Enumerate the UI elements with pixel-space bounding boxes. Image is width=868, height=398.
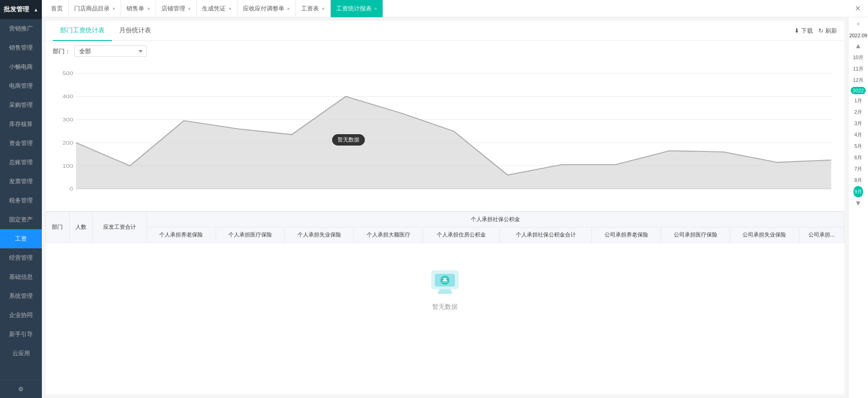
tab-首页[interactable]: 首页 xyxy=(45,0,69,17)
data-table: 部门人数应发工资合计个人承担社保公积金个人承担养老保险个人承担医疗保险个人承担失… xyxy=(45,212,844,243)
tab-label: 工资统计报表 xyxy=(336,5,372,13)
sidebar-item-经营管理[interactable]: 经营管理 xyxy=(0,248,42,267)
sidebar-item-电商管理[interactable]: 电商管理 xyxy=(0,76,42,96)
settings-icon: ⚙ xyxy=(18,386,24,393)
timeline-month-10月[interactable]: 10月 xyxy=(852,52,864,63)
tab-生成凭证[interactable]: 生成凭证× xyxy=(197,0,237,17)
tab-close-icon[interactable]: × xyxy=(188,6,191,11)
empty-text: 暂无数据 xyxy=(432,303,458,311)
sidebar-item-企业协同[interactable]: 企业协同 xyxy=(0,306,42,325)
main-content: 首页门店商品目录×销售单×店铺管理×生成凭证×应收应付调整单×工资表×工资统计报… xyxy=(42,0,868,398)
sidebar-item-库存核算[interactable]: 库存核算 xyxy=(0,115,42,134)
sidebar-item-基础信息[interactable]: 基础信息 xyxy=(0,267,42,287)
timeline-month-1月[interactable]: 1月 xyxy=(853,95,863,106)
th-sub-个人承担医疗保险: 个人承担医疗保险 xyxy=(216,227,285,243)
refresh-button[interactable]: ↻ 刷新 xyxy=(818,27,837,35)
tab-close-icon[interactable]: × xyxy=(147,6,150,11)
svg-text:200: 200 xyxy=(62,140,73,146)
tab-close-icon[interactable]: × xyxy=(287,6,290,11)
timeline-year-badge: 2022 xyxy=(851,87,865,94)
tab-label: 门店商品目录 xyxy=(74,5,110,13)
sub-tab-月份统计表[interactable]: 月份统计表 xyxy=(112,21,158,41)
svg-rect-21 xyxy=(438,292,452,294)
tab-label: 生成凭证 xyxy=(202,5,226,13)
tab-label: 销售单 xyxy=(126,5,144,13)
timeline-close-button[interactable]: × xyxy=(853,17,863,31)
tab-销售单[interactable]: 销售单× xyxy=(121,0,156,17)
th-group-social: 个人承担社保公积金 xyxy=(146,212,844,227)
sub-tab-部门工资统计表[interactable]: 部门工资统计表 xyxy=(53,21,112,41)
tab-工资统计报表[interactable]: 工资统计报表× xyxy=(331,0,383,17)
th-sub-公司承担养老保险: 公司承担养老保险 xyxy=(592,227,661,243)
department-select[interactable]: 全部销售部采购部财务部人事部 xyxy=(74,45,147,57)
timeline-up-nav[interactable]: ▲ xyxy=(853,40,864,52)
th-sub-个人承担失业保险: 个人承担失业保险 xyxy=(285,227,354,243)
inner-panel: 部门工资统计表月份统计表 ⬇ 下载 ↻ 刷新 部门： 全部销售部采购部财务部人事… xyxy=(45,21,844,394)
sidebar-item-系统管理[interactable]: 系统管理 xyxy=(0,287,42,306)
sidebar-item-总账管理[interactable]: 总账管理 xyxy=(0,153,42,172)
th-sub-公司承担失业保险: 公司承担失业保险 xyxy=(730,227,799,243)
filter-bar: 部门： 全部销售部采购部财务部人事部 xyxy=(45,41,844,61)
page-content: 部门工资统计表月份统计表 ⬇ 下载 ↻ 刷新 部门： 全部销售部采购部财务部人事… xyxy=(42,17,868,398)
tabs-bar: 首页门店商品目录×销售单×店铺管理×生成凭证×应收应付调整单×工资表×工资统计报… xyxy=(42,0,868,17)
timeline-month-5月[interactable]: 5月 xyxy=(853,141,863,152)
timeline-month-6月[interactable]: 6月 xyxy=(853,152,863,163)
table-area[interactable]: 部门人数应发工资合计个人承担社保公积金个人承担养老保险个人承担医疗保险个人承担失… xyxy=(45,212,844,394)
sidebar-item-税务管理[interactable]: 税务管理 xyxy=(0,191,42,210)
tab-店铺管理[interactable]: 店铺管理× xyxy=(156,0,197,17)
sidebar-item-营销推广[interactable]: 营销推广 xyxy=(0,19,42,38)
timeline-month-8月[interactable]: 8月 xyxy=(853,175,863,186)
tabs-close-controls[interactable]: ✕ xyxy=(851,4,864,13)
sidebar-title: 批发管理 xyxy=(4,5,29,14)
timeline-year-2022: 2022.09 xyxy=(848,31,868,40)
tab-门店商品目录[interactable]: 门店商品目录× xyxy=(69,0,121,17)
sub-tab-actions: ⬇ 下载 ↻ 刷新 xyxy=(794,27,837,35)
timeline-month-9月[interactable]: 9月 xyxy=(853,186,863,197)
right-timeline: × 2022.09 ▲ 10月11月12月 2022 1月2月3月4月5月6月7… xyxy=(848,17,868,398)
tab-label: 应收应付调整单 xyxy=(243,5,284,13)
sidebar-item-固定资产[interactable]: 固定资产 xyxy=(0,210,42,229)
tab-close-icon[interactable]: × xyxy=(374,6,377,11)
sidebar-item-新手引导[interactable]: 新手引导 xyxy=(0,325,42,344)
tab-label: 首页 xyxy=(51,5,63,13)
close-window-icon[interactable]: ✕ xyxy=(855,4,861,13)
sidebar-header[interactable]: 批发管理 ▲ xyxy=(0,0,42,19)
timeline-down-nav[interactable]: ▼ xyxy=(853,197,864,209)
sidebar-item-采购管理[interactable]: 采购管理 xyxy=(0,96,42,115)
timeline-month-2月[interactable]: 2月 xyxy=(853,106,863,118)
th-sub-个人承担养老保险: 个人承担养老保险 xyxy=(146,227,216,243)
filter-label: 部门： xyxy=(53,47,71,55)
tab-工资表[interactable]: 工资表× xyxy=(296,0,330,17)
sidebar: 批发管理 ▲ 营销推广销售管理小畅电商电商管理采购管理库存核算资金管理总账管理发… xyxy=(0,0,42,398)
tab-close-icon[interactable]: × xyxy=(322,6,324,11)
refresh-icon: ↻ xyxy=(818,27,823,34)
sidebar-item-工资[interactable]: 工资 xyxy=(0,229,42,248)
sidebar-item-资金管理[interactable]: 资金管理 xyxy=(0,134,42,153)
timeline-month-4月[interactable]: 4月 xyxy=(853,129,863,141)
timeline-month-11月[interactable]: 11月 xyxy=(852,63,864,75)
download-button[interactable]: ⬇ 下载 xyxy=(794,27,813,35)
sidebar-item-销售管理[interactable]: 销售管理 xyxy=(0,38,42,57)
timeline-months-2022: 10月11月12月 xyxy=(852,52,864,86)
timeline-month-7月[interactable]: 7月 xyxy=(853,163,863,175)
tab-label: 工资表 xyxy=(301,5,319,13)
empty-state: 暂无数据 xyxy=(45,243,844,329)
sidebar-item-发票管理[interactable]: 发票管理 xyxy=(0,172,42,191)
tab-应收应付调整单[interactable]: 应收应付调整单× xyxy=(237,0,296,17)
timeline-month-12月[interactable]: 12月 xyxy=(852,75,864,86)
th-sub-个人承担大额医疗: 个人承担大额医疗 xyxy=(354,227,423,243)
sidebar-item-云应用[interactable]: 云应用 xyxy=(0,344,42,363)
timeline-month-3月[interactable]: 3月 xyxy=(853,118,863,129)
svg-text:500: 500 xyxy=(62,71,73,76)
sub-tabs-list: 部门工资统计表月份统计表 xyxy=(53,21,158,40)
tab-close-icon[interactable]: × xyxy=(228,6,231,11)
tab-close-icon[interactable]: × xyxy=(112,6,115,11)
timeline-months-2023: 1月2月3月4月5月6月7月8月9月 xyxy=(853,95,863,197)
chart-svg: 5004003002001000 xyxy=(53,69,837,207)
sidebar-settings[interactable]: ⚙ xyxy=(0,380,42,398)
svg-text:400: 400 xyxy=(62,94,73,99)
sidebar-items: 营销推广销售管理小畅电商电商管理采购管理库存核算资金管理总账管理发票管理税务管理… xyxy=(0,19,42,363)
sidebar-item-小畅电商[interactable]: 小畅电商 xyxy=(0,57,42,76)
svg-point-18 xyxy=(443,279,444,280)
th-sub-公司承担医疗保险: 公司承担医疗保险 xyxy=(661,227,730,243)
